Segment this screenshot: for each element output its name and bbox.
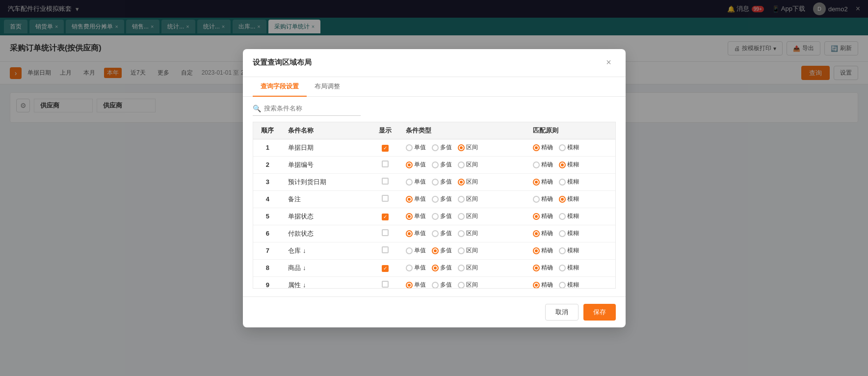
col-match-header: 匹配原则 [527, 122, 615, 131]
settings-modal: 设置查询区域布局 × 查询字段设置 布局调整 🔍 [243, 49, 626, 131]
modal-body: 🔍 顺序 条件名称 显示 条件类型 匹配原则 [243, 97, 626, 131]
table-header-row: 顺序 条件名称 显示 条件类型 匹配原则 [253, 122, 615, 131]
modal-search-container: 🔍 [253, 105, 361, 116]
col-type-header: 条件类型 [400, 122, 527, 131]
modal-tab-layout[interactable]: 布局调整 [307, 77, 348, 97]
modal-tab-fields[interactable]: 查询字段设置 [253, 77, 307, 97]
col-order-header: 顺序 [253, 122, 283, 131]
modal-close-btn[interactable]: × [602, 56, 616, 70]
fields-table-scroll[interactable]: 顺序 条件名称 显示 条件类型 匹配原则 1单据日期单值多值区间精确模糊2单据编… [253, 122, 616, 131]
modal-title: 设置查询区域布局 [253, 58, 312, 67]
modal-tabs: 查询字段设置 布局调整 [243, 77, 626, 97]
col-display-header: 显示 [370, 122, 400, 131]
col-name-header: 条件名称 [282, 122, 370, 131]
search-input[interactable] [264, 105, 361, 112]
fields-table: 顺序 条件名称 显示 条件类型 匹配原则 1单据日期单值多值区间精确模糊2单据编… [253, 122, 615, 131]
search-icon: 🔍 [253, 105, 261, 112]
modal-header: 设置查询区域布局 × [243, 49, 626, 77]
modal-overlay: 设置查询区域布局 × 查询字段设置 布局调整 🔍 [0, 0, 868, 131]
